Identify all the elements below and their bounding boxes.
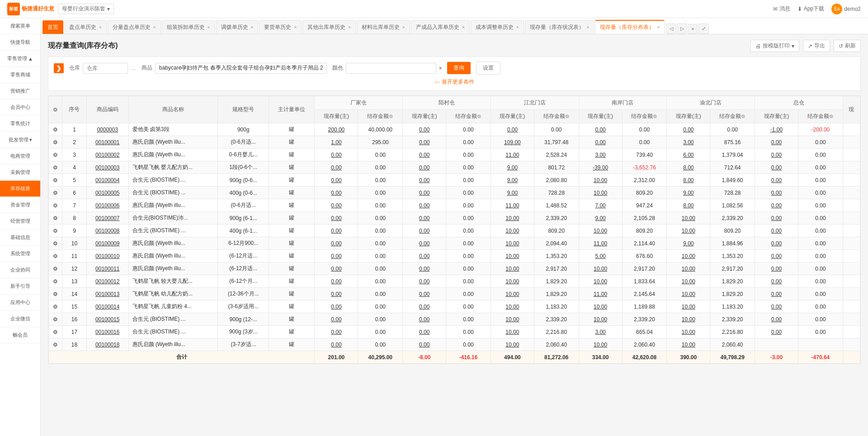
row-mc-qty[interactable]: 0.00 [403,225,446,237]
row-zc-qty[interactable]: 0.00 [755,300,798,313]
row-yb-qty[interactable]: 0.00 [667,123,710,136]
row-mc-qty[interactable]: 0.00 [403,187,446,199]
row-jb-qty[interactable]: 11.00 [491,149,534,161]
row-na-qty[interactable]: 9.00 [579,212,622,225]
row-jb-qty[interactable]: 0.00 [491,123,534,136]
row-fj-qty[interactable]: 0.00 [315,212,358,225]
row-zc-qty[interactable]: 0.00 [755,136,798,149]
row-mc-qty[interactable]: 0.00 [403,212,446,225]
row-zc-qty[interactable]: 0.00 [755,199,798,212]
row-settings[interactable]: ⚙ [49,161,62,174]
row-zc-qty[interactable]: 0.00 [755,288,798,300]
sidebar-item-purchase-mgmt[interactable]: 采购管理 [0,164,40,181]
row-yb-qty[interactable]: 10.00 [667,313,710,326]
query-btn[interactable]: 查询 [447,62,471,74]
user-profile[interactable]: Ea demo2 [831,4,861,14]
row-mc-qty[interactable]: 0.00 [403,275,446,288]
row-settings[interactable]: ⚙ [49,187,62,199]
row-yb-qty[interactable]: 10.00 [667,250,710,263]
sidebar-item-retail-mgmt[interactable]: 零售管理 ▲ [0,51,40,67]
export-btn[interactable]: ↗ 导出 [803,40,830,52]
warehouse-input[interactable] [83,63,128,74]
row-na-qty[interactable]: 0.00 [579,136,622,149]
col-settings[interactable]: ⚙ [49,96,62,123]
sidebar-item-basic-info[interactable]: 基础信息 [0,230,40,246]
row-na-qty[interactable]: 3.00 [579,326,622,338]
row-settings[interactable]: ⚙ [49,199,62,212]
row-zc-qty[interactable]: 0.00 [755,275,798,288]
row-zc-qty[interactable]: 0.00 [755,313,798,326]
expand-conditions-btn[interactable]: ⋯ 展开更多条件 [434,78,474,86]
row-jb-qty[interactable]: 10.00 [491,313,534,326]
sidebar-item-financial-mgmt[interactable]: 资金管理 [0,197,40,213]
row-yb-qty[interactable]: 9.00 [667,187,710,199]
row-settings[interactable]: ⚙ [49,123,62,136]
row-na-qty[interactable]: -39.00 [579,161,622,174]
sidebar-item-enterprise-collab[interactable]: 企业协同 [0,262,40,278]
tab-product-inbound[interactable]: 产成品入库单历史 × [411,20,470,34]
row-na-qty[interactable]: 10.00 [579,174,622,187]
tab-stocktake[interactable]: 盘点单历史 × [64,20,107,34]
row-fj-qty[interactable]: 0.00 [315,199,358,212]
row-yb-qty[interactable]: 8.00 [667,174,710,187]
row-yb-qty[interactable]: 10.00 [667,326,710,338]
row-mc-qty[interactable]: 0.00 [403,237,446,250]
row-code[interactable]: 00100016 [86,326,128,338]
tab-requisition[interactable]: 要货单历史 × [259,20,302,34]
row-settings[interactable]: ⚙ [49,149,62,161]
row-na-qty[interactable]: 10.00 [579,275,622,288]
close-icon[interactable]: × [657,25,660,30]
collapse-btn[interactable]: ❯ [54,63,64,73]
row-yb-qty[interactable]: 3.00 [667,136,710,149]
row-mc-qty[interactable]: 0.00 [403,338,446,351]
row-yb-qty[interactable]: 10.00 [667,338,710,351]
row-yb-qty[interactable]: 8.00 [667,161,710,174]
row-zc-qty[interactable]: 0.00 [755,237,798,250]
row-fj-qty[interactable]: 0.00 [315,161,358,174]
row-zc-qty[interactable] [755,338,798,351]
close-icon[interactable]: × [402,25,405,30]
tab-assembly-disassembly[interactable]: 组装拆卸单历史 × [162,20,215,34]
row-mc-qty[interactable]: 0.00 [403,250,446,263]
row-zc-qty[interactable]: -1.00 [755,123,798,136]
row-na-qty[interactable]: 0.00 [579,123,622,136]
row-yb-qty[interactable]: 10.00 [667,288,710,300]
sidebar-item-wholesale-mgmt[interactable]: 批发管理 ▾ [0,132,40,148]
sidebar-item-pan-member[interactable]: 畅会员 [0,327,40,343]
row-mc-qty[interactable]: 0.00 [403,288,446,300]
row-na-qty[interactable]: 3.00 [579,149,622,161]
row-settings[interactable]: ⚙ [49,300,62,313]
row-fj-qty[interactable]: 1.00 [315,136,358,149]
row-yb-qty[interactable]: 10.00 [667,300,710,313]
row-jb-qty[interactable]: 10.00 [491,212,534,225]
sidebar-item-system-mgmt[interactable]: 系统管理 [0,246,40,262]
row-settings[interactable]: ⚙ [49,250,62,263]
row-jb-qty[interactable]: 10.00 [491,326,534,338]
row-code[interactable]: 00100014 [86,300,128,313]
row-code[interactable]: 00100018 [86,338,128,351]
row-yb-qty[interactable]: 6.00 [667,149,710,161]
tab-transfer[interactable]: 调拨单历史 × [216,20,259,34]
row-mc-qty[interactable]: 0.00 [403,313,446,326]
sidebar-item-retail-mall[interactable]: 零售商城 [0,67,40,83]
row-code[interactable]: 00100003 [86,161,128,174]
row-na-qty[interactable]: 10.00 [579,225,622,237]
row-code[interactable]: 00100010 [86,250,128,263]
row-code[interactable]: 00100008 [86,225,128,237]
row-zc-qty[interactable]: 0.00 [755,250,798,263]
tab-expand-btn[interactable]: ⤢ [698,23,709,34]
row-jb-qty[interactable]: 11.00 [491,199,534,212]
row-code[interactable]: 00100011 [86,263,128,275]
row-fj-qty[interactable]: 0.00 [315,237,358,250]
row-zc-qty[interactable]: 0.00 [755,187,798,199]
row-na-qty[interactable]: 10.00 [579,338,622,351]
sidebar-item-search-hero[interactable]: 搜索英单 [0,18,40,34]
tab-other-outbound[interactable]: 其他出库单历史 × [302,20,356,34]
row-jb-qty[interactable]: 10.00 [491,275,534,288]
settings-btn[interactable]: 设置 [476,61,500,75]
tab-nav-prev[interactable]: ◁ [666,23,676,34]
row-jb-qty[interactable]: 9.00 [491,161,534,174]
goods-input[interactable] [155,63,327,74]
row-fj-qty[interactable]: 0.00 [315,313,358,326]
row-code[interactable]: 00100013 [86,288,128,300]
